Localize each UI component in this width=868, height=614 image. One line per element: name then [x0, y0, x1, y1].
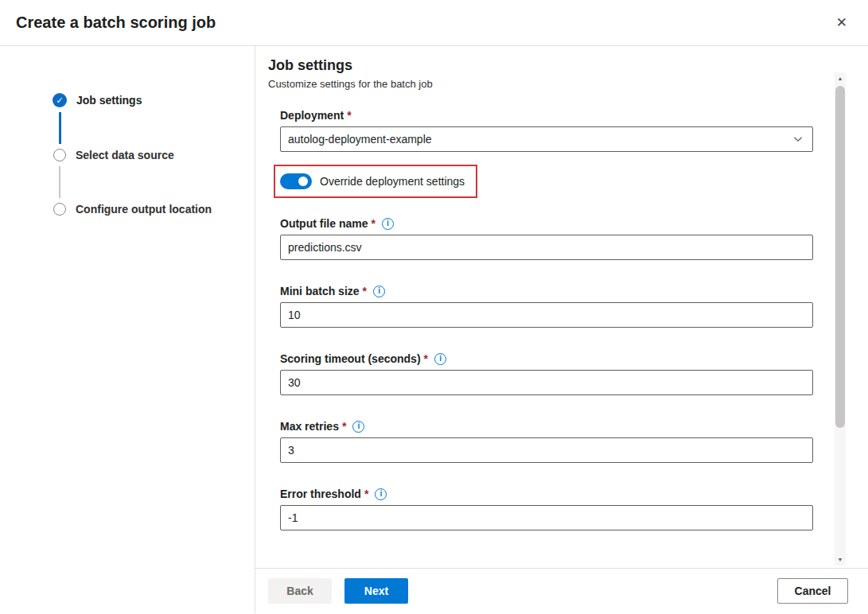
field-scoring-timeout: Scoring timeout (seconds) * i — [280, 352, 813, 395]
create-batch-scoring-job-dialog: Create a batch scoring job ✕ ✓ Job setti… — [0, 0, 868, 614]
back-button[interactable]: Back — [268, 578, 332, 604]
toggle-label: Override deployment settings — [320, 175, 465, 188]
step-label: Configure output location — [76, 203, 212, 216]
step-job-settings[interactable]: ✓ Job settings — [53, 93, 255, 107]
dialog-footer: Back Next Cancel — [255, 568, 868, 613]
required-asterisk: * — [347, 109, 351, 122]
error-threshold-input[interactable] — [280, 505, 813, 530]
highlight-annotation-box: Override deployment settings — [274, 165, 477, 198]
field-mini-batch-size: Mini batch size * i — [280, 285, 813, 328]
field-label: Mini batch size — [280, 285, 360, 297]
dialog-header: Create a batch scoring job ✕ — [0, 0, 868, 46]
field-label: Scoring timeout (seconds) — [280, 352, 421, 365]
dialog-title: Create a batch scoring job — [16, 14, 216, 32]
pane-title: Job settings — [268, 57, 868, 74]
info-icon[interactable]: i — [373, 286, 385, 297]
info-icon[interactable]: i — [352, 421, 364, 433]
scrollbar-thumb[interactable] — [835, 86, 845, 428]
field-error-threshold: Error threshold * i — [280, 488, 813, 530]
wizard-stepper: ✓ Job settings Select data source Config… — [0, 46, 255, 613]
info-icon[interactable]: i — [382, 218, 394, 230]
scrollbar-track[interactable] — [835, 84, 846, 554]
required-asterisk: * — [363, 285, 367, 297]
chevron-down-icon — [793, 134, 803, 144]
field-label: Error threshold — [280, 488, 361, 500]
deployment-dropdown-value: autolog-deployment-example — [288, 133, 432, 146]
dialog-body: ✓ Job settings Select data source Config… — [0, 46, 868, 613]
step-label: Select data source — [76, 149, 174, 161]
max-retries-input[interactable] — [280, 437, 813, 463]
info-icon[interactable]: i — [434, 353, 446, 365]
step-complete-check-icon: ✓ — [53, 93, 67, 107]
step-connector — [59, 166, 60, 198]
step-configure-output-location[interactable]: Configure output location — [53, 203, 255, 216]
job-settings-form: Deployment * autolog-deployment-example — [280, 109, 813, 530]
deployment-dropdown[interactable]: autolog-deployment-example — [280, 126, 813, 152]
step-connector — [59, 112, 61, 144]
required-asterisk: * — [342, 420, 346, 433]
scroll-up-icon[interactable]: ▲ — [835, 72, 846, 84]
required-asterisk: * — [424, 352, 428, 365]
step-label: Job settings — [76, 94, 142, 107]
next-button[interactable]: Next — [344, 578, 408, 604]
field-label: Max retries — [280, 420, 339, 433]
close-icon[interactable]: ✕ — [833, 13, 850, 33]
required-asterisk: * — [371, 217, 375, 230]
output-file-name-input[interactable] — [280, 235, 813, 260]
step-pending-circle — [53, 203, 66, 216]
cancel-button[interactable]: Cancel — [777, 578, 848, 604]
field-deployment: Deployment * autolog-deployment-example — [280, 109, 813, 152]
toggle-knob — [298, 177, 308, 186]
scroll-down-icon[interactable]: ▼ — [835, 554, 846, 565]
step-pending-circle — [53, 149, 66, 161]
field-max-retries: Max retries * i — [280, 420, 813, 463]
field-label: Deployment — [280, 109, 344, 122]
scoring-timeout-input[interactable] — [280, 370, 813, 395]
required-asterisk: * — [364, 488, 368, 500]
pane-subtitle: Customize settings for the batch job — [268, 78, 868, 90]
field-label: Output file name — [280, 217, 368, 230]
vertical-scrollbar[interactable]: ▲ ▼ — [835, 72, 846, 565]
step-select-data-source[interactable]: Select data source — [53, 149, 255, 161]
field-output-file-name: Output file name * i — [280, 217, 813, 260]
info-icon[interactable]: i — [375, 488, 387, 500]
override-deployment-settings-toggle[interactable] — [280, 173, 312, 189]
mini-batch-size-input[interactable] — [280, 302, 813, 328]
job-settings-pane: Job settings Customize settings for the … — [255, 46, 868, 613]
